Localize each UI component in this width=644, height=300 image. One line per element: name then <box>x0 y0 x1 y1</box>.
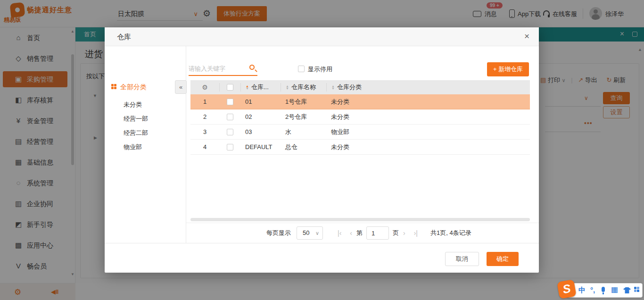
table-row[interactable]: 4 DEFAULT 总仓 未分类 <box>190 140 530 155</box>
ime-lang-toggle[interactable]: 中 <box>578 286 586 295</box>
cancel-button[interactable]: 取消 <box>445 252 479 266</box>
row-checkbox[interactable] <box>227 114 233 120</box>
skin-icon[interactable] <box>623 287 631 293</box>
sogou-logo-icon[interactable]: S <box>557 279 577 299</box>
column-category[interactable]: ▲▼ 仓库分类 <box>326 83 530 92</box>
all-categories[interactable]: 全部分类 <box>111 83 147 92</box>
category-item[interactable]: 经营一部 <box>124 115 148 123</box>
table-row[interactable]: 1 01 1号仓库 未分类 <box>190 94 530 109</box>
ime-tray: S 中 °, ▦ <box>567 283 643 298</box>
table-header: ⚙ ▲▼ 仓库... ▲▼ 仓库名称 ▲▼ 仓库分类 <box>190 80 530 94</box>
modal-footer: 取消 确定 <box>105 243 539 273</box>
first-page-button[interactable]: |‹ <box>338 229 341 237</box>
last-page-button[interactable]: ›| <box>414 229 418 237</box>
keyboard-icon[interactable]: ▦ <box>611 285 618 294</box>
prev-page-button[interactable]: ‹ <box>350 229 352 237</box>
table-row[interactable]: 2 02 2号仓库 未分类 <box>190 109 530 125</box>
page-prefix: 第 <box>356 229 363 237</box>
record-summary: 共1页, 4条记录 <box>430 229 471 237</box>
pagination: 每页显示 50 ∨ |‹ ‹ 第 页 › ›| 共1页, 4条记录 <box>186 223 539 242</box>
show-disabled-option[interactable]: 显示停用 <box>298 65 332 74</box>
show-disabled-checkbox[interactable] <box>298 66 305 72</box>
select-all-checkbox[interactable] <box>227 84 233 91</box>
category-panel: 全部分类 « 未分类 经营一部 经营二部 物业部 <box>105 46 186 243</box>
chevron-down-icon: ∨ <box>315 227 319 239</box>
row-checkbox[interactable] <box>227 99 233 105</box>
category-item[interactable]: 未分类 <box>124 100 142 109</box>
search-input[interactable] <box>189 63 244 75</box>
warehouse-modal: 仓库 × 全部分类 « 未分类 经营一部 经营二部 物业部 显示停用 + 新增仓… <box>105 27 539 273</box>
ime-punctuation-toggle[interactable]: °, <box>590 286 595 294</box>
close-icon[interactable]: × <box>524 32 529 41</box>
microphone-icon[interactable] <box>602 287 605 292</box>
add-warehouse-button[interactable]: + 新增仓库 <box>487 62 529 76</box>
search-icon[interactable] <box>249 65 255 70</box>
panel-collapse-button[interactable]: « <box>175 80 187 94</box>
table-row[interactable]: 3 03 水 物业部 <box>190 125 530 140</box>
per-page-label: 每页显示 <box>266 229 291 237</box>
sort-icon[interactable]: ▲▼ <box>246 85 249 90</box>
confirm-button[interactable]: 确定 <box>487 252 519 266</box>
page-suffix: 页 <box>393 229 399 237</box>
modal-header: 仓库 × <box>105 27 539 46</box>
category-grid-icon <box>111 84 117 90</box>
category-item[interactable]: 经营二部 <box>124 129 148 137</box>
category-item[interactable]: 物业部 <box>124 143 142 151</box>
sort-icon[interactable]: ▲▼ <box>286 85 289 90</box>
row-checkbox[interactable] <box>227 129 233 135</box>
search-box <box>189 63 257 76</box>
warehouse-table: ⚙ ▲▼ 仓库... ▲▼ 仓库名称 ▲▼ 仓库分类 1 01 <box>190 80 530 155</box>
next-page-button[interactable]: › <box>403 229 405 237</box>
toolbox-icon[interactable] <box>634 287 640 293</box>
modal-title: 仓库 <box>117 33 131 42</box>
row-checkbox[interactable] <box>227 144 233 150</box>
app-root: 畅捷通好生意 精易版 日太阳膜 ∨ ⚙ 体验行业方案 99 + 消息 App下载… <box>0 0 644 300</box>
sort-icon[interactable]: ▲▼ <box>331 85 335 90</box>
horizontal-scrollbar[interactable] <box>190 218 530 221</box>
column-code[interactable]: ▲▼ 仓库... <box>240 83 281 92</box>
column-name[interactable]: ▲▼ 仓库名称 <box>281 83 326 92</box>
page-number-input[interactable] <box>366 226 389 240</box>
per-page-select[interactable]: 50 ∨ <box>297 226 323 240</box>
column-settings-icon[interactable]: ⚙ <box>202 83 208 91</box>
